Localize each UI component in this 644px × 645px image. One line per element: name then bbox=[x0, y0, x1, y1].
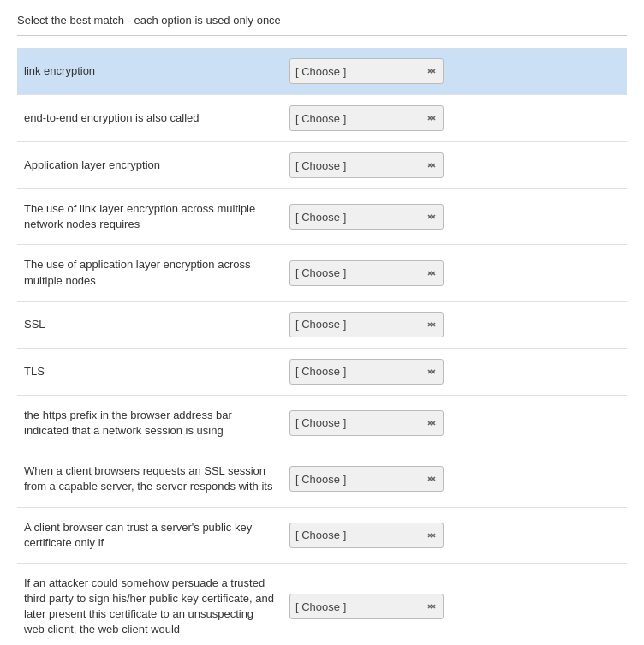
match-row: end-to-end encryption is also called[ Ch… bbox=[17, 95, 627, 142]
choose-select[interactable]: [ Choose ] bbox=[289, 466, 444, 492]
answer-cell: [ Choose ] bbox=[283, 407, 627, 439]
question-label: If an attacker could somehow persuade a … bbox=[17, 570, 283, 643]
match-row: the https prefix in the browser address … bbox=[17, 396, 627, 451]
answer-cell: [ Choose ] bbox=[283, 463, 627, 495]
question-label: The use of application layer encryption … bbox=[17, 252, 283, 293]
question-label: A client browser can trust a server's pu… bbox=[17, 515, 283, 556]
match-row: SSL[ Choose ] bbox=[17, 302, 627, 349]
match-row: TLS[ Choose ] bbox=[17, 349, 627, 396]
answer-cell: [ Choose ] bbox=[283, 355, 627, 388]
choose-select[interactable]: [ Choose ] bbox=[289, 523, 444, 548]
choose-select[interactable]: [ Choose ] bbox=[289, 58, 444, 84]
choose-select[interactable]: [ Choose ] bbox=[289, 312, 444, 337]
match-row: A client browser can trust a server's pu… bbox=[17, 508, 627, 564]
match-row: The use of link layer encryption across … bbox=[17, 189, 627, 245]
answer-cell: [ Choose ] bbox=[283, 257, 627, 290]
choose-select[interactable]: [ Choose ] bbox=[289, 359, 444, 385]
match-row: The use of application layer encryption … bbox=[17, 245, 627, 301]
answer-cell: [ Choose ] bbox=[283, 308, 627, 341]
question-label: When a client browsers requests an SSL s… bbox=[17, 458, 283, 499]
match-row: If an attacker could somehow persuade a … bbox=[17, 564, 627, 645]
choose-select[interactable]: [ Choose ] bbox=[289, 410, 444, 436]
answer-cell: [ Choose ] bbox=[283, 55, 627, 87]
question-label: end-to-end encryption is also called bbox=[17, 105, 283, 131]
question-label: SSL bbox=[17, 312, 283, 337]
question-label: link encryption bbox=[17, 58, 283, 84]
answer-cell: [ Choose ] bbox=[283, 519, 627, 552]
answer-cell: [ Choose ] bbox=[283, 102, 627, 134]
choose-select[interactable]: [ Choose ] bbox=[289, 152, 444, 178]
question-label: the https prefix in the browser address … bbox=[17, 403, 283, 444]
choose-select[interactable]: [ Choose ] bbox=[289, 105, 444, 131]
match-table: link encryption[ Choose ]end-to-end encr… bbox=[17, 48, 627, 645]
question-label: TLS bbox=[17, 359, 283, 385]
match-row: link encryption[ Choose ] bbox=[17, 48, 627, 95]
match-row: When a client browsers requests an SSL s… bbox=[17, 451, 627, 507]
choose-select[interactable]: [ Choose ] bbox=[289, 260, 444, 286]
question-label: The use of link layer encryption across … bbox=[17, 196, 283, 237]
answer-cell: [ Choose ] bbox=[283, 149, 627, 182]
answer-cell: [ Choose ] bbox=[283, 590, 627, 623]
answer-cell: [ Choose ] bbox=[283, 200, 627, 233]
question-label: Application layer encryption bbox=[17, 152, 283, 178]
instruction-text: Select the best match - each option is u… bbox=[17, 14, 627, 36]
choose-select[interactable]: [ Choose ] bbox=[289, 594, 444, 619]
choose-select[interactable]: [ Choose ] bbox=[289, 204, 444, 230]
match-row: Application layer encryption[ Choose ] bbox=[17, 142, 627, 189]
page-container: Select the best match - each option is u… bbox=[0, 0, 644, 645]
